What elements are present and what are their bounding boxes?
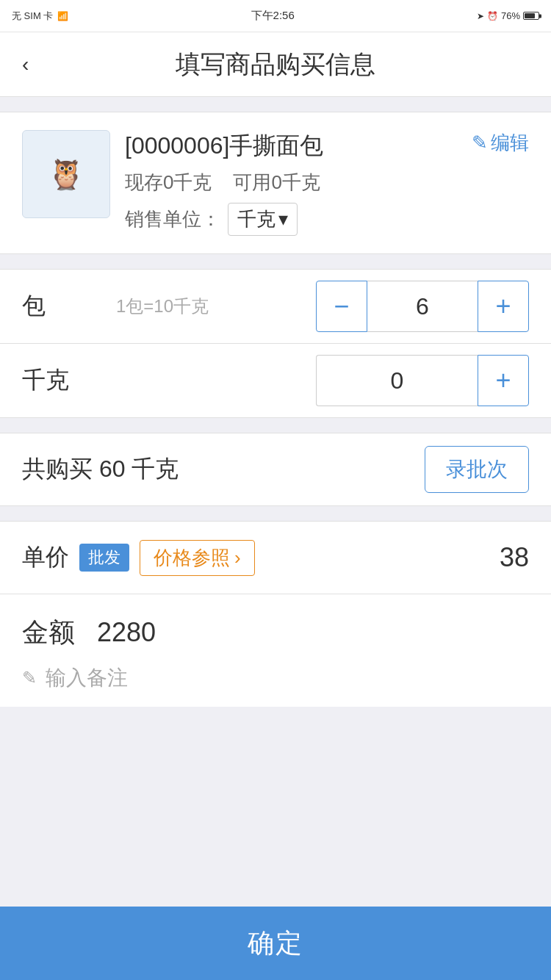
status-time: 下午2:56 [251,9,295,23]
product-stock: 现存0千克 可用0千克 [125,170,529,195]
page-title: 填写商品购买信息 [176,48,375,82]
status-left: 无 SIM 卡 📶 [12,10,68,23]
total-text: 共购买 60 千克 [22,453,179,486]
batch-button[interactable]: 录批次 [425,446,529,493]
location-icon: ➤ [477,11,484,21]
product-info: [0000006]手撕面包 现存0千克 可用0千克 销售单位： 千克 ▾ [125,130,529,236]
total-section: 共购买 60 千克 录批次 [0,433,551,506]
kg-input-section: 千克 + [0,344,551,418]
bao-plus-button[interactable]: + [478,281,529,332]
remark-placeholder: 输入备注 [46,664,128,692]
bao-minus-button[interactable]: − [316,281,367,332]
product-name: [0000006]手撕面包 [125,130,529,162]
product-unit-row: 销售单位： 千克 ▾ [125,203,529,236]
bao-input[interactable] [367,281,478,332]
price-tag: 批发 [79,544,129,572]
back-button[interactable]: ‹ [22,53,29,76]
nav-bar: ‹ 填写商品购买信息 [0,32,551,97]
bao-input-section: 包 1包=10千克 − + [0,269,551,344]
status-right: ➤ ⏰ 76% [477,10,539,21]
remark-row[interactable]: ✎ 输入备注 [22,664,529,692]
price-ref-button[interactable]: 价格参照 › [140,540,255,576]
amount-row: 金额 2280 [22,615,529,651]
confirm-button[interactable]: 确定 [0,907,551,980]
kg-input[interactable] [316,355,478,406]
price-label: 单价 [22,541,69,574]
product-image: 🦉 [22,130,110,218]
sim-status: 无 SIM 卡 [12,10,53,23]
alarm-icon: ⏰ [487,11,498,21]
kg-input-row: 千克 + [0,344,551,417]
amount-section: 金额 2280 ✎ 输入备注 [0,594,551,707]
pencil-icon: ✎ [22,668,37,688]
bottom-spacer [0,707,551,795]
kg-controls: + [316,355,529,406]
kg-plus-button[interactable]: + [478,355,529,406]
unit-dropdown[interactable]: 千克 ▾ [228,203,298,236]
battery-percent: 76% [501,10,520,21]
wifi-icon: 📶 [57,11,68,21]
kg-label: 千克 [22,364,110,397]
edit-link[interactable]: ✎ 编辑 [472,130,529,156]
battery-icon [523,12,539,20]
edit-icon: ✎ [472,131,488,154]
product-logo: 🦉 [48,157,84,192]
status-bar: 无 SIM 卡 📶 下午2:56 ➤ ⏰ 76% [0,0,551,32]
bao-input-row: 包 1包=10千克 − + [0,270,551,343]
bao-controls: − + [316,281,529,332]
price-section: 单价 批发 价格参照 › 38 [0,521,551,594]
bao-hint: 1包=10千克 [116,295,209,318]
amount-value: 2280 [97,617,156,647]
bao-label: 包 [22,290,110,323]
product-section: 🦉 [0000006]手撕面包 现存0千克 可用0千克 销售单位： 千克 ▾ ✎… [0,112,551,254]
price-value: 38 [500,542,529,573]
